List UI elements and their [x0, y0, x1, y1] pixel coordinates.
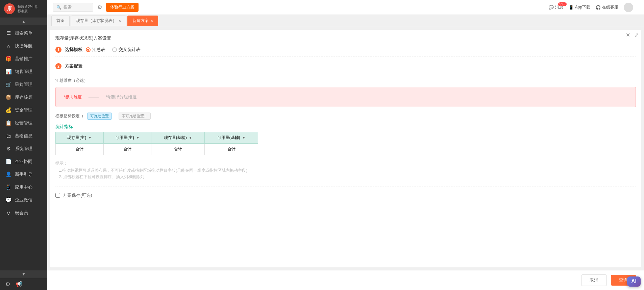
main-area: 🔍 搜索 ⚙ 体验行业方案 💬 消息 99+ 📱 App下载 🎧 在线客服 — [47, 0, 644, 290]
radio-summary[interactable]: 汇总表 — [86, 47, 105, 53]
topbar-right: 💬 消息 99+ 📱 App下载 🎧 在线客服 — [549, 3, 639, 12]
tip-item-2: 2. 点击标题栏下拉可设置排序、插入列和删除列 — [59, 174, 636, 180]
table-col-header-2[interactable]: 现存量(基辅)▼ — [151, 132, 205, 144]
table-col-header-1[interactable]: 可用量(主)▼ — [103, 132, 151, 144]
sidebar-item-management[interactable]: 📋经营管理 — [0, 117, 47, 129]
tab-inventory-status[interactable]: 现存量（库存状况表） × — [71, 16, 126, 26]
close-panel-icon[interactable]: ✕ — [624, 31, 631, 39]
table-data-row: 合计合计合计合计 — [56, 144, 258, 155]
table-header-row: 现存量(主)▼可用量(主)▼现存量(基辅)▼可用量(基辅)▼ — [56, 132, 258, 144]
table-col-header-3[interactable]: 可用量(基辅)▼ — [205, 132, 258, 144]
logo-title: 畅康通好生意 — [18, 4, 38, 9]
online-service-button[interactable]: 🎧 在线客服 — [596, 4, 618, 10]
sidebar-item-basic-info[interactable]: 🗂基础信息 — [0, 129, 47, 142]
search-text: 搜索 — [64, 4, 72, 10]
sidebar-icon-wechat: 💬 — [5, 197, 11, 203]
sidebar-icon-member: V — [5, 210, 11, 216]
sidebar-item-member[interactable]: V畅会员 — [0, 207, 47, 219]
sidebar-item-finance[interactable]: 💰资金管理 — [0, 104, 47, 117]
tip-item-1: 1.拖动标题栏可以调整布局，不可跨维度或指标区域拖动栏目字段(只能在同一维度或指… — [59, 168, 636, 173]
divider — [55, 187, 636, 187]
sidebar-label-app-center: 应用中心 — [15, 184, 32, 190]
sidebar-item-wechat[interactable]: 💬企业微信 — [0, 194, 47, 207]
sidebar-item-purchase[interactable]: 🛒采购管理 — [0, 78, 47, 91]
app-download-button[interactable]: 📱 App下载 — [569, 4, 590, 10]
sidebar-icon-finance: 💰 — [5, 107, 11, 113]
section2-title: 方案配置 — [65, 63, 82, 69]
table-cell-0: 合计 — [56, 144, 104, 155]
sidebar-icon-app-center: 📱 — [5, 184, 11, 190]
speaker-icon[interactable]: 📢 — [16, 281, 22, 287]
topbar-left: 🔍 搜索 ⚙ 体验行业方案 — [53, 3, 139, 12]
col-label-3: 可用量(基辅) — [217, 135, 240, 141]
sidebar-item-newbie[interactable]: 👤新手引导 — [0, 168, 47, 181]
section2-num: 2 — [55, 63, 61, 69]
sidebar-label-management: 经营管理 — [15, 120, 32, 126]
template-radio-group: 汇总表 交叉统计表 — [86, 47, 141, 53]
search-box[interactable]: 🔍 搜索 — [53, 3, 93, 12]
sidebar-item-quick-nav[interactable]: ⌂快捷导航 — [0, 40, 47, 52]
sidebar-scroll-up[interactable]: ▲ — [0, 18, 47, 25]
settings-icon[interactable]: ⚙ — [5, 281, 10, 287]
tabs-bar: 首页 现存量（库存状况表） × 新建方案 × — [47, 15, 644, 27]
sidebar-item-agreement[interactable]: 📄企业协同 — [0, 155, 47, 168]
tab-inventory-close-icon[interactable]: × — [119, 19, 121, 23]
col-label-0: 现存量(主) — [67, 135, 86, 141]
section1-header: 1 选择模板 汇总表 交叉统计表 — [55, 47, 636, 56]
sidebar-label-wechat: 企业微信 — [15, 197, 32, 203]
col-chevron-3: ▼ — [242, 136, 246, 140]
sidebar-label-marketing: 营销推广 — [15, 56, 32, 62]
ai-badge[interactable]: Ai — [627, 276, 641, 287]
cancel-button[interactable]: 取消 — [581, 274, 607, 286]
dimension-area[interactable]: *纵向维度 —— 请选择分组维度 — [55, 87, 636, 107]
sidebar-icon-newbie: 👤 — [5, 171, 11, 177]
sidebar-nav: ☰搜索菜单⌂快捷导航🎁营销推广📊销售管理🛒采购管理📦库存核算💰资金管理📋经营管理… — [0, 25, 47, 270]
message-icon: 💬 — [549, 5, 554, 10]
content-area: ✕ ⤢ 现存量(库存状况表)方案设置 1 选择模板 汇总表 交叉统计表 — [50, 30, 641, 267]
save-checkbox[interactable] — [55, 193, 60, 198]
sidebar-item-inventory[interactable]: 📦库存核算 — [0, 91, 47, 104]
service-label: 在线客服 — [602, 4, 618, 10]
logo-sub: 标准版 — [18, 9, 38, 13]
tab-home[interactable]: 首页 — [51, 16, 70, 26]
sidebar-icon-marketing: 🎁 — [5, 56, 11, 62]
gear-icon[interactable]: ⚙ — [97, 4, 102, 10]
tab-home-label: 首页 — [56, 18, 65, 24]
tab-new-scheme-close-icon[interactable]: × — [151, 19, 153, 23]
sidebar-icon-agreement: 📄 — [5, 159, 11, 165]
sidebar-item-marketing[interactable]: 🎁营销推广 — [0, 52, 47, 65]
service-icon: 🎧 — [596, 5, 601, 10]
expand-panel-icon[interactable]: ⤢ — [633, 31, 640, 39]
sidebar-label-search-menu: 搜索菜单 — [15, 30, 32, 36]
sidebar-item-search-menu[interactable]: ☰搜索菜单 — [0, 27, 47, 40]
app-label: App下载 — [575, 4, 590, 10]
sidebar-label-system: 系统管理 — [15, 146, 32, 152]
sidebar-item-system[interactable]: ⚙系统管理 — [0, 142, 47, 155]
radio-cross-circle — [112, 47, 117, 52]
avatar[interactable] — [624, 3, 633, 12]
section-template: 1 选择模板 汇总表 交叉统计表 — [55, 47, 636, 56]
sidebar-scroll-down[interactable]: ▼ — [0, 270, 47, 278]
sidebar-item-app-center[interactable]: 📱应用中心 — [0, 181, 47, 194]
section2-header: 2 方案配置 — [55, 63, 636, 73]
dim-required-label: *纵向维度 — [64, 94, 82, 100]
stat-table-title: 统计指标 — [55, 124, 636, 130]
message-button[interactable]: 💬 消息 99+ — [549, 4, 563, 10]
sidebar: 康 畅康通好生意 标准版 ▲ ☰搜索菜单⌂快捷导航🎁营销推广📊销售管理🛒采购管理… — [0, 0, 47, 290]
sidebar-item-sales[interactable]: 📊销售管理 — [0, 65, 47, 78]
sidebar-footer: ⚙ 📢 — [0, 278, 47, 290]
tips-section: 提示： 1.拖动标题栏可以调整布局，不可跨维度或指标区域拖动栏目字段(只能在同一… — [55, 161, 636, 180]
radio-cross-label: 交叉统计表 — [119, 47, 141, 53]
col-chevron-1: ▼ — [136, 136, 140, 140]
sidebar-icon-quick-nav: ⌂ — [5, 43, 11, 49]
logo-text: 畅康通好生意 标准版 — [18, 4, 38, 13]
sidebar-icon-search-menu: ☰ — [5, 30, 11, 36]
tab-new-scheme[interactable]: 新建方案 × — [127, 16, 158, 26]
dim-placeholder-text: 请选择分组维度 — [106, 94, 137, 100]
trial-button[interactable]: 体验行业方案 — [106, 3, 139, 12]
table-col-header-0[interactable]: 现存量(主)▼ — [56, 132, 104, 144]
radio-cross[interactable]: 交叉统计表 — [112, 47, 141, 53]
tips-title: 提示： — [55, 161, 636, 166]
sidebar-label-purchase: 采购管理 — [15, 81, 32, 88]
topbar: 🔍 搜索 ⚙ 体验行业方案 💬 消息 99+ 📱 App下载 🎧 在线客服 — [47, 0, 644, 15]
